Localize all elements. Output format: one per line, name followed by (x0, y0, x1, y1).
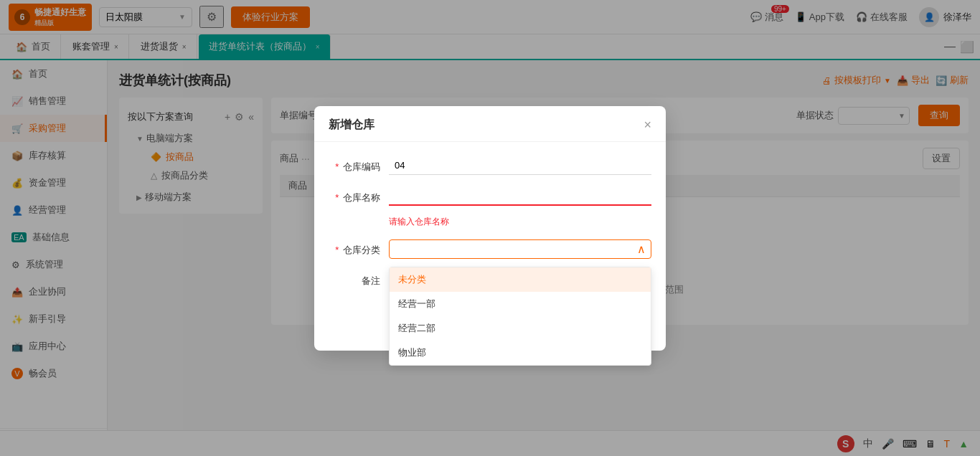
code-row: * 仓库编码 (329, 156, 651, 175)
category-select-wrap: ∧ 未分类 经营一部 经营二部 物业部 (389, 239, 651, 259)
name-required: * (335, 192, 339, 203)
dropdown-item-1[interactable]: 经营一部 (390, 292, 651, 316)
modal-title: 新增仓库 (329, 118, 374, 133)
code-input[interactable] (389, 156, 651, 175)
category-label: * 仓库分类 (329, 239, 380, 257)
code-label: * 仓库编码 (329, 156, 380, 174)
dropdown-item-2[interactable]: 经营二部 (390, 316, 651, 341)
name-row: * 仓库名称 请输入仓库名称 (329, 186, 651, 228)
dropdown-item-3[interactable]: 物业部 (390, 341, 651, 365)
name-error-msg: 请输入仓库名称 (389, 216, 449, 228)
modal-overlay: 新增仓库 × * 仓库编码 * 仓库名称 (0, 0, 980, 456)
name-input[interactable] (389, 186, 651, 206)
modal-body: * 仓库编码 * 仓库名称 请输入仓库名称 * (314, 142, 666, 306)
name-label: * 仓库名称 (329, 187, 380, 204)
category-dropdown: 未分类 经营一部 经营二部 物业部 (389, 267, 651, 366)
code-required: * (335, 161, 339, 172)
dropdown-item-0[interactable]: 未分类 (390, 267, 651, 292)
modal-close-button[interactable]: × (644, 118, 651, 133)
note-label: 备注 (329, 270, 380, 288)
category-required: * (335, 244, 339, 255)
modal-header: 新增仓库 × (314, 106, 666, 142)
modal: 新增仓库 × * 仓库编码 * 仓库名称 (314, 106, 666, 351)
category-row: * 仓库分类 ∧ 未分类 经营一部 经营二部 物业部 (329, 239, 651, 259)
category-input[interactable] (389, 239, 651, 259)
